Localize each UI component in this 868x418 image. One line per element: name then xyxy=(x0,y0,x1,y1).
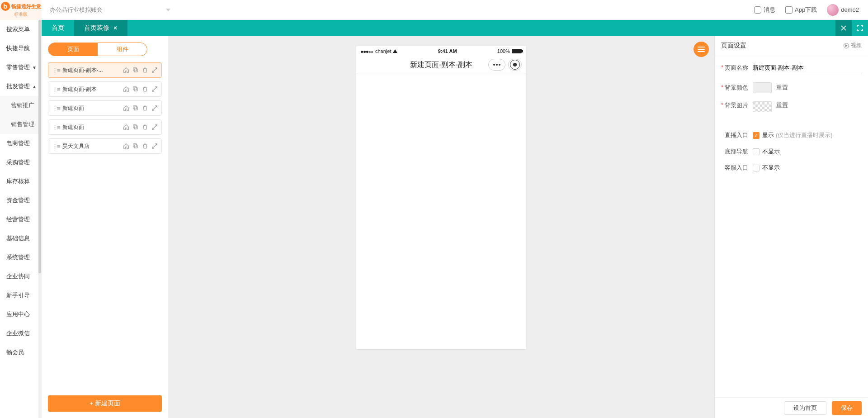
company-selector[interactable]: 办公品行业模拟账套 xyxy=(50,6,170,14)
new-page-button[interactable]: + 新建页面 xyxy=(48,395,162,412)
page-name-input[interactable] xyxy=(753,62,862,74)
logo: b 畅捷通好生意 标准版 xyxy=(0,0,42,20)
settings-title: 页面设置 xyxy=(721,42,746,50)
page-tabs: 首页首页装修✕ xyxy=(42,20,868,36)
sidebar-item-3[interactable]: 批发管理▲ xyxy=(0,77,41,96)
share-icon[interactable] xyxy=(151,86,158,93)
sidebar-item-label: 采购管理 xyxy=(6,158,30,166)
page-row-actions xyxy=(123,124,158,131)
bgimage-reset[interactable]: 重置 xyxy=(776,101,788,109)
miniapp-menu-icon[interactable] xyxy=(488,59,505,71)
page-row-2[interactable]: ⋮≡新建页面 xyxy=(48,100,162,116)
copy-icon[interactable] xyxy=(132,86,139,93)
bgcolor-swatch[interactable] xyxy=(753,82,772,93)
sidebar-item-label: 企业协同 xyxy=(6,272,30,280)
sidebar-item-15[interactable]: 应用中心 xyxy=(0,305,41,324)
sidebar-item-13[interactable]: 企业协同 xyxy=(0,267,41,286)
drag-handle-icon[interactable]: ⋮≡ xyxy=(52,105,60,112)
menu-fab[interactable] xyxy=(693,42,709,57)
sidebar-item-7[interactable]: 采购管理 xyxy=(0,153,41,172)
copy-icon[interactable] xyxy=(132,105,139,112)
drag-handle-icon[interactable]: ⋮≡ xyxy=(52,86,60,93)
sidebar-item-10[interactable]: 经营管理 xyxy=(0,210,41,229)
sidebar-item-label: 批发管理 xyxy=(6,82,30,90)
share-icon[interactable] xyxy=(151,105,158,112)
copy-icon[interactable] xyxy=(132,124,139,131)
drag-handle-icon[interactable]: ⋮≡ xyxy=(52,124,60,131)
delete-icon[interactable] xyxy=(142,105,148,112)
page-row-label: 昊天文具店 xyxy=(62,142,120,150)
video-label: 视频 xyxy=(851,42,862,49)
delete-icon[interactable] xyxy=(142,86,148,93)
service-checkbox[interactable] xyxy=(753,165,760,171)
sidebar-item-6[interactable]: 电商管理 xyxy=(0,134,41,153)
live-option-label: 显示 xyxy=(762,131,774,139)
sidebar-item-14[interactable]: 新手引导 xyxy=(0,286,41,305)
bgcolor-reset[interactable]: 重置 xyxy=(776,84,788,92)
bottomnav-checkbox[interactable] xyxy=(753,148,760,155)
scrollbar-thumb[interactable] xyxy=(38,20,41,273)
home-icon[interactable] xyxy=(123,86,129,93)
delete-icon[interactable] xyxy=(142,67,148,74)
share-icon[interactable] xyxy=(151,67,158,74)
share-icon[interactable] xyxy=(151,143,158,150)
sidebar-scrollbar[interactable] xyxy=(38,20,41,418)
copy-icon[interactable] xyxy=(132,143,139,150)
page-row-actions xyxy=(123,105,158,112)
seg-tab-page[interactable]: 页面 xyxy=(48,43,98,56)
page-row-4[interactable]: ⋮≡昊天文具店 xyxy=(48,138,162,154)
page-row-0[interactable]: ⋮≡新建页面-副本-... xyxy=(48,62,162,78)
delete-icon[interactable] xyxy=(142,143,148,150)
segment-tabs: 页面 组件 xyxy=(48,43,147,56)
home-icon[interactable] xyxy=(123,143,129,150)
bgimage-placeholder[interactable] xyxy=(753,101,772,112)
svg-rect-6 xyxy=(134,126,137,129)
seg-tab-component[interactable]: 组件 xyxy=(98,43,147,56)
close-icon[interactable]: ✕ xyxy=(113,25,118,31)
miniapp-close-icon[interactable] xyxy=(508,59,522,71)
sidebar-item-8[interactable]: 库存核算 xyxy=(0,172,41,191)
share-icon[interactable] xyxy=(151,124,158,131)
phone-time: 9:41 AM xyxy=(438,48,457,54)
fullscreen-toggle[interactable] xyxy=(852,20,868,36)
drag-handle-icon[interactable]: ⋮≡ xyxy=(52,67,60,74)
workspace: 页面 组件 ⋮≡新建页面-副本-...⋮≡新建页面-副本⋮≡新建页面⋮≡新建页面… xyxy=(42,36,868,418)
tab-1[interactable]: 首页装修✕ xyxy=(74,20,127,36)
app-download-link[interactable]: App下载 xyxy=(785,6,817,14)
sidebar-item-2[interactable]: 零售管理▼ xyxy=(0,58,41,77)
copy-icon[interactable] xyxy=(132,67,139,74)
sidebar-item-11[interactable]: 基础信息 xyxy=(0,229,41,248)
field-label-service: 客服入口 xyxy=(721,164,753,172)
close-all-tabs[interactable] xyxy=(835,20,852,36)
live-checkbox[interactable] xyxy=(753,132,760,139)
home-icon[interactable] xyxy=(123,124,129,131)
sidebar-item-5[interactable]: 销售管理 xyxy=(0,115,41,134)
sidebar-item-12[interactable]: 系统管理 xyxy=(0,248,41,267)
user-menu[interactable]: demo2 xyxy=(827,4,859,16)
sidebar-item-9[interactable]: 资金管理 xyxy=(0,191,41,210)
page-row-1[interactable]: ⋮≡新建页面-副本 xyxy=(48,81,162,97)
field-label-bottomnav: 底部导航 xyxy=(721,147,753,156)
chevron-down-icon xyxy=(166,9,170,11)
save-button[interactable]: 保存 xyxy=(832,401,862,415)
sidebar-item-4[interactable]: 营销推广 xyxy=(0,96,41,115)
avatar xyxy=(827,4,839,16)
svg-rect-4 xyxy=(134,107,137,110)
phone-statusbar: chanjet 9:41 AM 100% xyxy=(356,46,526,56)
page-row-label: 新建页面-副本 xyxy=(62,86,120,93)
sidebar-item-1[interactable]: 快捷导航 xyxy=(0,39,41,58)
sidebar-item-17[interactable]: 畅会员 xyxy=(0,343,41,362)
wifi-icon xyxy=(393,49,397,53)
page-row-3[interactable]: ⋮≡新建页面 xyxy=(48,119,162,135)
messages-link[interactable]: 消息 xyxy=(754,6,775,14)
set-home-button[interactable]: 设为首页 xyxy=(784,401,826,415)
delete-icon[interactable] xyxy=(142,124,148,131)
sidebar-item-0[interactable]: 搜索菜单 xyxy=(0,20,41,39)
drag-handle-icon[interactable]: ⋮≡ xyxy=(52,143,60,150)
video-help-link[interactable]: 视频 xyxy=(844,42,862,49)
home-icon[interactable] xyxy=(123,105,129,112)
tab-0[interactable]: 首页 xyxy=(42,20,74,36)
home-icon[interactable] xyxy=(123,67,129,74)
settings-panel: 页面设置 视频 页面名称 背景颜色 重置 背景图片 重置 xyxy=(714,36,868,418)
sidebar-item-16[interactable]: 企业微信 xyxy=(0,324,41,343)
